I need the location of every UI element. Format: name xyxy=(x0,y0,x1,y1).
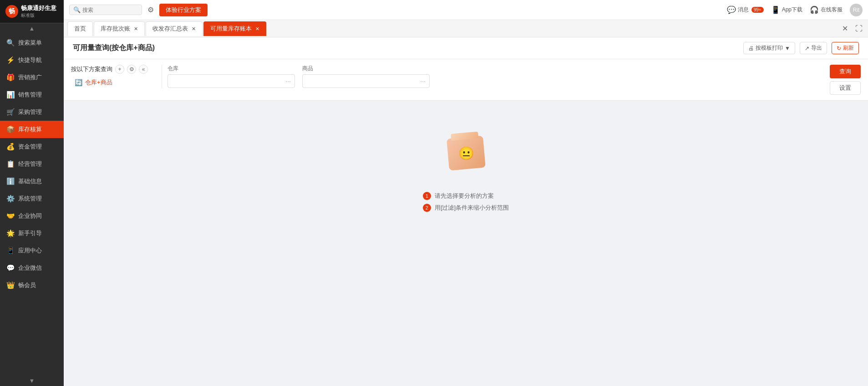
scheme-item-warehouse-goods[interactable]: 🔄 仓库+商品 xyxy=(71,77,154,88)
sidebar-scroll-up[interactable]: ▲ xyxy=(0,23,64,34)
export-icon: ↗ xyxy=(805,45,809,51)
topbar-user[interactable]: Rit xyxy=(850,4,863,16)
empty-illustration: 😐 xyxy=(439,137,493,183)
trial-btn[interactable]: 体验行业方案 xyxy=(159,4,208,16)
quick-nav-icon: ⚡ xyxy=(6,56,15,64)
topbar-message[interactable]: 💬 消息 99+ xyxy=(727,5,764,14)
filter-area: 按以下方案查询 + ⚙ « 🔄 仓库+商品 仓库 ··· xyxy=(64,59,868,101)
sidebar-item-purchase[interactable]: 🛒 采购管理 xyxy=(0,103,64,121)
export-btn[interactable]: ↗ 导出 xyxy=(800,42,827,54)
sidebar-item-guide[interactable]: 🌟 新手引导 xyxy=(0,225,64,242)
filter-scheme-header: 按以下方案查询 + ⚙ « xyxy=(71,65,154,74)
tab-home[interactable]: 首页 xyxy=(67,21,93,36)
refresh-icon: ↻ xyxy=(837,45,841,51)
print-btn[interactable]: 🖨 按模板打印 ▼ xyxy=(743,42,795,54)
sidebar-item-enterprise[interactable]: 🤝 企业协同 xyxy=(0,207,64,225)
topbar-left: 🔍 ⚙ 体验行业方案 xyxy=(69,4,722,16)
refresh-btn[interactable]: ↻ 刷新 xyxy=(832,42,859,54)
filter-actions: 查询 设置 xyxy=(830,65,861,95)
warehouse-more-btn[interactable]: ··· xyxy=(285,77,291,85)
operation-icon: 📋 xyxy=(6,160,15,168)
tab-close-available-stock[interactable]: ✕ xyxy=(255,26,259,32)
topbar-right: 💬 消息 99+ 📱 App下载 🎧 在线客服 Rit xyxy=(727,4,863,16)
sidebar-item-marketing[interactable]: 🎁 营销推广 xyxy=(0,69,64,86)
topbar-search-icon: 🔍 xyxy=(73,6,81,13)
tab-batch-account[interactable]: 库存批次账 ✕ xyxy=(94,21,145,36)
tabs-expand-btn[interactable]: ⛶ xyxy=(853,24,864,34)
sidebar-item-search[interactable]: 🔍 搜索菜单 xyxy=(0,34,64,51)
topbar-online-service[interactable]: 🎧 在线客服 xyxy=(810,5,843,14)
empty-state: 😐 1 请先选择要分析的方案 2 用[过滤]条件来缩小分析范围 xyxy=(64,101,868,248)
message-badge: 99+ xyxy=(751,7,764,13)
empty-hint-1: 1 请先选择要分析的方案 xyxy=(423,192,509,200)
tab-close-stock-summary[interactable]: ✕ xyxy=(192,26,196,32)
page-actions: 🖨 按模板打印 ▼ ↗ 导出 ↻ 刷新 xyxy=(743,42,859,54)
print-icon: 🖨 xyxy=(748,45,754,51)
scheme-rotate-icon: 🔄 xyxy=(75,79,82,86)
box-face-icon: 😐 xyxy=(458,146,474,161)
finance-icon: 💰 xyxy=(6,143,15,151)
sidebar-item-finance[interactable]: 💰 资金管理 xyxy=(0,138,64,155)
warehouse-input[interactable] xyxy=(172,78,284,85)
scheme-collapse-btn[interactable]: « xyxy=(139,65,148,74)
filter-fields: 仓库 ··· 商品 ··· xyxy=(168,65,824,88)
service-icon: 🎧 xyxy=(810,5,819,14)
empty-hints: 1 请先选择要分析的方案 2 用[过滤]条件来缩小分析范围 xyxy=(423,192,509,212)
tabs-bar-actions: ✕ ⛶ xyxy=(840,23,864,34)
sidebar-item-system[interactable]: ⚙️ 系统管理 xyxy=(0,190,64,207)
tab-available-stock[interactable]: 可用量库存账本 ✕ xyxy=(203,21,266,36)
scheme-settings-btn[interactable]: ⚙ xyxy=(127,65,136,74)
guide-icon: 🌟 xyxy=(6,229,15,237)
query-btn[interactable]: 查询 xyxy=(830,65,861,78)
hint-num-1: 1 xyxy=(423,192,431,200)
sidebar-item-basic[interactable]: ℹ️ 基础信息 xyxy=(0,173,64,190)
goods-input[interactable] xyxy=(306,78,418,85)
inventory-icon: 📦 xyxy=(6,125,15,134)
sidebar-item-quick-nav[interactable]: ⚡ 快捷导航 xyxy=(0,51,64,69)
basic-icon: ℹ️ xyxy=(6,177,15,185)
sidebar-item-member[interactable]: 👑 畅会员 xyxy=(0,277,64,294)
sales-icon: 📊 xyxy=(6,91,15,99)
settings-btn[interactable]: 设置 xyxy=(830,81,861,95)
brand-icon: 畅 xyxy=(5,5,18,18)
goods-more-btn[interactable]: ··· xyxy=(420,77,426,85)
wechat-icon: 💬 xyxy=(6,264,15,272)
topbar-gear-icon[interactable]: ⚙ xyxy=(146,4,156,16)
page-header: 可用量查询(按仓库+商品) 🖨 按模板打印 ▼ ↗ 导出 ↻ 刷新 xyxy=(64,37,868,59)
topbar-search-box[interactable]: 🔍 xyxy=(69,5,142,15)
sidebar-nav: 🔍 搜索菜单 ⚡ 快捷导航 🎁 营销推广 📊 销售管理 🛒 采购管理 📦 库存核… xyxy=(0,34,64,375)
sidebar-item-wechat[interactable]: 💬 企业微信 xyxy=(0,259,64,277)
app-center-icon: 📱 xyxy=(6,247,15,255)
tabs-close-btn[interactable]: ✕ xyxy=(840,23,850,34)
enterprise-icon: 🤝 xyxy=(6,212,15,220)
sidebar-item-sales[interactable]: 📊 销售管理 xyxy=(0,86,64,103)
purchase-icon: 🛒 xyxy=(6,108,15,116)
sidebar-item-inventory[interactable]: 📦 库存核算 xyxy=(0,121,64,138)
filter-field-warehouse: 仓库 ··· xyxy=(168,65,295,88)
filter-scheme: 按以下方案查询 + ⚙ « 🔄 仓库+商品 xyxy=(71,65,162,88)
sidebar-scroll-down[interactable]: ▼ xyxy=(0,375,64,386)
goods-input-box[interactable]: ··· xyxy=(302,74,430,88)
page-content: 可用量查询(按仓库+商品) 🖨 按模板打印 ▼ ↗ 导出 ↻ 刷新 xyxy=(64,37,868,386)
scheme-add-btn[interactable]: + xyxy=(115,65,124,74)
brand-text: 畅康通好生意 标准版 xyxy=(21,5,56,18)
topbar-search-input[interactable] xyxy=(82,7,128,13)
print-dropdown-icon: ▼ xyxy=(785,45,790,51)
filter-field-goods: 商品 ··· xyxy=(302,65,430,88)
topbar-app-download[interactable]: 📱 App下载 xyxy=(771,5,802,14)
system-icon: ⚙️ xyxy=(6,195,15,203)
tab-stock-summary[interactable]: 收发存汇总表 ✕ xyxy=(146,21,203,36)
message-icon: 💬 xyxy=(727,5,736,14)
tabs-bar: 首页 库存批次账 ✕ 收发存汇总表 ✕ 可用量库存账本 ✕ ✕ ⛶ xyxy=(64,20,868,37)
warehouse-input-box[interactable]: ··· xyxy=(168,74,295,88)
empty-box: 😐 xyxy=(447,136,486,171)
topbar: 🔍 ⚙ 体验行业方案 💬 消息 99+ 📱 App下载 🎧 在线客服 xyxy=(64,0,868,20)
sidebar-header: 畅 畅康通好生意 标准版 xyxy=(0,0,64,23)
sidebar: 畅 畅康通好生意 标准版 ▲ 🔍 搜索菜单 ⚡ 快捷导航 🎁 营销推广 📊 销售… xyxy=(0,0,64,386)
sidebar-item-operation[interactable]: 📋 经营管理 xyxy=(0,155,64,173)
member-icon: 👑 xyxy=(6,281,15,289)
sidebar-item-app-center[interactable]: 📱 应用中心 xyxy=(0,242,64,259)
tab-close-batch-account[interactable]: ✕ xyxy=(134,26,138,32)
page-title: 可用量查询(按仓库+商品) xyxy=(73,43,155,53)
empty-hint-2: 2 用[过滤]条件来缩小分析范围 xyxy=(423,204,509,212)
